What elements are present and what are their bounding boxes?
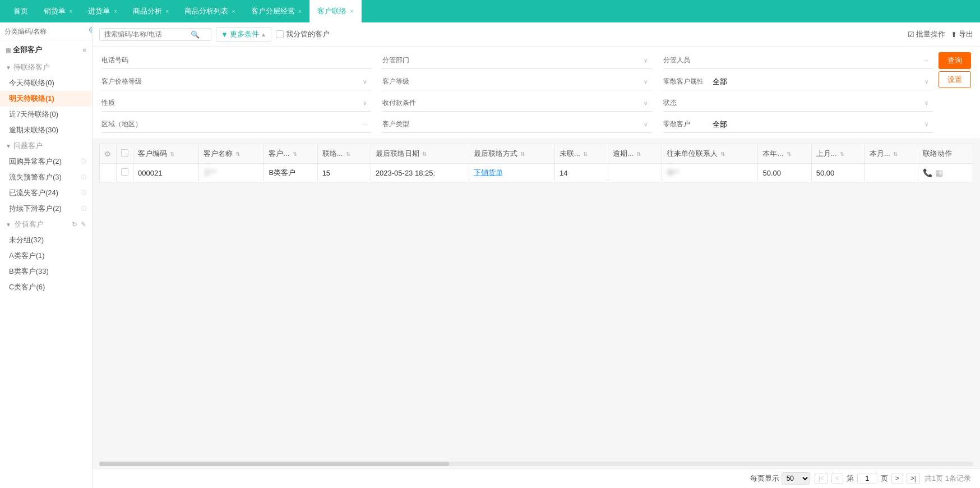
filter-grade: 客户等级 ∨ [382, 73, 652, 90]
more-filter-button[interactable]: ▼ 更多条件 ▲ [216, 27, 271, 42]
person-input[interactable] [713, 57, 924, 65]
sort-icon[interactable]: ⇅ [893, 151, 898, 157]
nav-customer-contact[interactable]: 客户联络 × [309, 0, 361, 22]
sort-icon[interactable]: ⇅ [583, 151, 588, 157]
query-button[interactable]: 查询 [939, 52, 971, 69]
sidebar-search-input[interactable] [4, 27, 89, 35]
sidebar-item-declining[interactable]: 持续下滑客户(2) ⓘ [0, 201, 92, 217]
chevron-down-icon[interactable]: ∨ [924, 79, 928, 85]
sort-icon[interactable]: ⇅ [170, 151, 174, 157]
settings-icon[interactable]: ⚙ [104, 150, 111, 158]
sidebar-item-repurchase-anomaly[interactable]: 回购异常客户(2) ⓘ [0, 154, 92, 169]
chevron-down-icon[interactable]: ∨ [644, 100, 648, 106]
region-input[interactable] [151, 121, 362, 128]
sort-icon[interactable]: ⇅ [840, 151, 844, 157]
page-number-input[interactable] [857, 473, 877, 484]
collapse-icon[interactable]: « [82, 46, 86, 54]
next-page-button[interactable]: > [891, 473, 903, 484]
checkbox-icon[interactable] [121, 149, 128, 156]
sort-icon[interactable]: ⇅ [787, 151, 791, 157]
chevron-down-icon[interactable]: ∨ [924, 121, 928, 127]
sort-icon[interactable]: ⇅ [636, 151, 641, 157]
person-label: 分管人员 [663, 56, 708, 65]
phone-action-icon[interactable]: 📞 [923, 168, 932, 177]
first-page-button[interactable]: |< [815, 473, 828, 484]
sidebar-item-tomorrow[interactable]: 明天待联络(1) [0, 91, 92, 107]
chevron-down-icon[interactable]: ∨ [363, 79, 367, 85]
page-size-select[interactable]: 50 10 20 100 [782, 472, 810, 485]
row-last-method[interactable]: 下销货单 [469, 164, 555, 182]
status-input[interactable] [713, 99, 924, 107]
settings-button[interactable]: 设置 [939, 71, 971, 88]
dept-input[interactable] [432, 57, 644, 65]
sidebar-item-7days[interactable]: 近7天待联络(0) [0, 107, 92, 122]
sidebar-item-ungrouped[interactable]: 未分组(32) [0, 232, 92, 248]
nav-customer-tier[interactable]: 客户分层经营 × [243, 0, 309, 22]
batch-operation-button[interactable]: ☑ 批量操作 [908, 29, 945, 39]
nav-sales[interactable]: 销货单 × [36, 0, 80, 22]
grid-action-icon[interactable]: ▦ [936, 168, 943, 177]
dots-icon[interactable]: ··· [362, 121, 367, 127]
close-icon[interactable]: × [350, 8, 353, 15]
chevron-down-icon[interactable]: ∨ [924, 100, 928, 106]
nav-analysis[interactable]: 商品分析 × [125, 0, 177, 22]
last-method-link[interactable]: 下销货单 [474, 168, 503, 177]
phone-input[interactable] [151, 57, 367, 65]
nature-input[interactable] [151, 99, 363, 107]
sidebar-item-churn-warning[interactable]: 流失预警客户(3) ⓘ [0, 169, 92, 185]
nav-home[interactable]: 首页 [6, 0, 36, 22]
phone-input-area [146, 57, 371, 65]
all-customers-title[interactable]: ▦ 全部客户 « [0, 40, 92, 59]
search-icon[interactable]: 🔍 [89, 27, 93, 35]
info-icon: ⓘ [81, 158, 86, 165]
sidebar-item-churned[interactable]: 已流失客户(24) ⓘ [0, 185, 92, 201]
sidebar-item-class-c[interactable]: C类客户(6) [0, 279, 92, 295]
sort-icon[interactable]: ⇅ [422, 151, 427, 157]
my-customers-toggle[interactable]: 我分管的客户 [276, 29, 330, 39]
dept-label: 分管部门 [382, 56, 427, 65]
search-icon[interactable]: 🔍 [191, 30, 200, 39]
sort-icon[interactable]: ⇅ [720, 151, 725, 157]
export-button[interactable]: ⬆ 导出 [951, 29, 973, 39]
dots-icon[interactable]: ··· [924, 57, 928, 63]
chevron-down-icon[interactable]: ∨ [644, 57, 648, 63]
info-icon: ⓘ [81, 189, 86, 197]
nav-purchase[interactable]: 进货单 × [80, 0, 124, 22]
sidebar-item-class-a[interactable]: A类客户(1) [0, 248, 92, 264]
sidebar-item-overdue[interactable]: 逾期未联络(30) [0, 122, 92, 138]
col-header-settings[interactable]: ⚙ [100, 144, 117, 164]
sidebar-item-today[interactable]: 今天待联络(0) [0, 75, 92, 91]
chevron-down-icon[interactable]: ∨ [644, 121, 648, 127]
close-icon[interactable]: × [298, 8, 302, 15]
chevron-down-icon[interactable]: ∨ [644, 79, 648, 85]
col-header-last-month: 上月... ⇅ [811, 144, 865, 164]
sort-icon[interactable]: ⇅ [235, 151, 240, 157]
chevron-down-icon[interactable]: ∨ [363, 100, 367, 106]
edit-icon[interactable]: ✎ [81, 220, 86, 228]
scrollbar-thumb[interactable] [99, 462, 449, 466]
close-icon[interactable]: × [69, 8, 72, 15]
horizontal-scrollbar[interactable] [93, 459, 980, 468]
payment-input[interactable] [432, 99, 644, 107]
prev-page-button[interactable]: < [831, 473, 843, 484]
sidebar-item-class-b[interactable]: B类客户(33) [0, 264, 92, 279]
checkbox-icon[interactable] [121, 168, 128, 176]
nav-analysis-list[interactable]: 商品分析列表 × [177, 0, 243, 22]
sort-icon[interactable]: ⇅ [293, 151, 297, 157]
search-input[interactable] [104, 30, 188, 38]
last-page-button[interactable]: >| [907, 473, 920, 484]
customer-name-blurred: 王** [204, 168, 216, 177]
close-icon[interactable]: × [165, 8, 169, 15]
row-checkbox[interactable] [117, 164, 133, 182]
close-icon[interactable]: × [113, 8, 117, 15]
refresh-icon[interactable]: ↻ [72, 220, 77, 228]
sort-icon[interactable]: ⇅ [346, 151, 350, 157]
dept-select-area: ∨ [427, 57, 652, 65]
price-level-input[interactable] [151, 78, 363, 86]
close-icon[interactable]: × [232, 8, 235, 15]
customer-type-input[interactable] [432, 121, 644, 128]
col-header-checkbox[interactable] [117, 144, 133, 164]
checkbox-icon[interactable] [276, 30, 284, 38]
sort-icon[interactable]: ⇅ [520, 151, 525, 157]
grade-input[interactable] [432, 78, 644, 86]
